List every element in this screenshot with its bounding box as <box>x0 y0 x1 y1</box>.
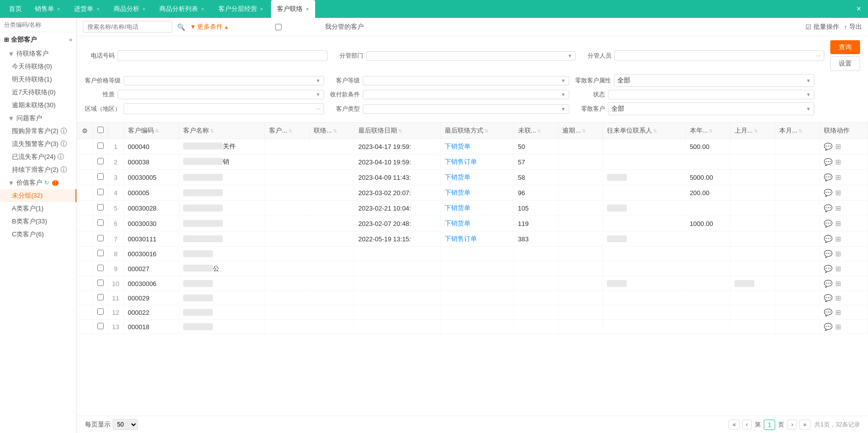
manager-select[interactable]: ··· <box>614 50 824 61</box>
row-check[interactable] <box>93 261 108 277</box>
phone-action-icon[interactable]: 💬 <box>824 143 832 150</box>
phone-action-icon[interactable]: 💬 <box>824 204 832 212</box>
payment-select[interactable]: ▼ <box>363 90 569 99</box>
sort-contact-icon[interactable]: ⇅ <box>333 128 337 134</box>
phone-action-icon[interactable]: 💬 <box>824 189 832 197</box>
row-check[interactable] <box>93 185 108 201</box>
row-method-link[interactable]: 下销货单 <box>445 143 470 150</box>
nav-purchase[interactable]: 进货单 × <box>68 0 105 18</box>
row-checkbox[interactable] <box>97 265 104 271</box>
nature-select[interactable]: ▼ <box>118 90 324 99</box>
sort-ic-icon[interactable]: ⇅ <box>653 128 657 134</box>
close-customer-mgr-icon[interactable]: × <box>260 6 263 12</box>
grid-action-icon[interactable]: ⊞ <box>835 308 841 316</box>
select-all-checkbox[interactable] <box>97 127 104 133</box>
sidebar-item-overdue[interactable]: 逾期未联络(30) <box>0 99 76 112</box>
col-type[interactable]: 客户...⇅ <box>265 123 310 139</box>
row-checkbox[interactable] <box>97 173 104 180</box>
nav-analysis[interactable]: 商品分析 × <box>108 0 151 18</box>
filter-search-icon[interactable]: 🔍 <box>177 23 185 31</box>
sidebar-group-value[interactable]: ▼ 价值客户 ↻ ! <box>0 176 76 189</box>
retail-attr-select[interactable]: 全部 ▼ <box>614 74 814 87</box>
sort-date-icon[interactable]: ⇅ <box>398 128 402 134</box>
refresh-icon[interactable]: ↻ <box>44 179 49 186</box>
close-customer-contact-icon[interactable]: × <box>306 6 309 12</box>
sidebar-item-week[interactable]: 近7天待联络(0) <box>0 86 76 99</box>
page-size-select[interactable]: 20 50 100 <box>113 419 138 430</box>
sidebar-group-pending[interactable]: ▼ 待联络客户 <box>0 47 76 60</box>
row-checkbox[interactable] <box>97 143 104 149</box>
sidebar-item-lost[interactable]: 已流失客户(24) ⓘ <box>0 150 76 163</box>
sort-type-icon[interactable]: ⇅ <box>288 128 292 134</box>
row-checkbox[interactable] <box>97 280 104 286</box>
row-checkbox[interactable] <box>97 204 104 211</box>
grid-action-icon[interactable]: ⊞ <box>835 280 841 288</box>
grid-action-icon[interactable]: ⊞ <box>835 265 841 273</box>
row-check[interactable] <box>93 170 108 185</box>
phone-action-icon[interactable]: 💬 <box>824 308 832 316</box>
sidebar-item-c-class[interactable]: C类客户(6) <box>0 228 76 241</box>
col-name[interactable]: 客户名称⇅ <box>179 123 265 139</box>
sort-lm-icon[interactable]: ⇅ <box>754 128 758 134</box>
sort-code-icon[interactable]: ⇅ <box>155 128 159 134</box>
col-check[interactable] <box>93 123 108 139</box>
col-contact[interactable]: 联络...⇅ <box>310 123 354 139</box>
batch-operation-button[interactable]: ☑ 批量操作 <box>805 22 839 31</box>
sort-name-icon[interactable]: ⇅ <box>210 128 214 134</box>
phone-action-icon[interactable]: 💬 <box>824 250 832 258</box>
dept-select[interactable]: ▼ <box>366 51 576 61</box>
region-select[interactable]: ··· <box>124 103 324 114</box>
row-checkbox[interactable] <box>97 158 104 164</box>
grid-action-icon[interactable]: ⊞ <box>835 173 841 181</box>
row-check[interactable] <box>93 305 108 320</box>
row-checkbox[interactable] <box>97 308 104 315</box>
row-check[interactable] <box>93 277 108 291</box>
col-overdue[interactable]: 逾期...⇅ <box>558 123 603 139</box>
price-level-select[interactable]: ▼ <box>124 76 324 85</box>
col-last-contact-date[interactable]: 最后联络日期⇅ <box>354 123 440 139</box>
status-select[interactable]: ▼ <box>608 90 814 99</box>
sort-overdue-icon[interactable]: ⇅ <box>582 128 586 134</box>
col-this-month[interactable]: 本月...⇅ <box>775 123 819 139</box>
first-page-button[interactable]: « <box>729 420 740 430</box>
close-sales-icon[interactable]: × <box>57 6 60 12</box>
grid-action-icon[interactable]: ⊞ <box>835 250 841 258</box>
col-this-year[interactable]: 本年...⇅ <box>685 123 730 139</box>
close-analysis-icon[interactable]: × <box>142 6 145 12</box>
row-check[interactable] <box>93 291 108 305</box>
sidebar-item-declining[interactable]: 持续下滑客户(2) ⓘ <box>0 163 76 176</box>
sidebar-group-problem[interactable]: ▼ 问题客户 <box>0 112 76 125</box>
row-check[interactable] <box>93 320 108 334</box>
nav-customer-contact[interactable]: 客户联络 × <box>271 0 315 18</box>
sort-method-icon[interactable]: ⇅ <box>484 128 488 134</box>
phone-action-icon[interactable]: 💬 <box>824 219 832 227</box>
row-check[interactable] <box>93 216 108 231</box>
row-checkbox[interactable] <box>97 219 104 226</box>
row-checkbox[interactable] <box>97 294 104 300</box>
nav-customer-mgr[interactable]: 客户分层经营 × <box>212 0 269 18</box>
my-customers-checkbox-label[interactable]: 我分管的客户 <box>234 22 364 31</box>
sidebar-item-b-class[interactable]: B类客户(33) <box>0 215 76 228</box>
row-check[interactable] <box>93 231 108 247</box>
grid-action-icon[interactable]: ⊞ <box>835 189 841 197</box>
close-analysis-list-icon[interactable]: × <box>201 6 204 12</box>
row-method-link[interactable]: 下销货单 <box>445 173 470 181</box>
phone-input[interactable] <box>118 50 328 61</box>
row-check[interactable] <box>93 201 108 216</box>
window-close-button[interactable]: × <box>854 4 864 13</box>
search-input[interactable] <box>83 21 172 33</box>
nav-home[interactable]: 首页 <box>4 0 27 18</box>
row-method-link[interactable]: 下销售订单 <box>445 158 477 165</box>
last-page-button[interactable]: » <box>799 420 810 430</box>
nav-sales[interactable]: 销售单 × <box>29 0 66 18</box>
prev-page-button[interactable]: ‹ <box>742 420 752 430</box>
sidebar-item-a-class[interactable]: A类客户(1) <box>0 202 76 215</box>
sidebar-search-input[interactable] <box>4 21 77 28</box>
retail-select[interactable]: 全部 ▼ <box>608 102 814 115</box>
phone-action-icon[interactable]: 💬 <box>824 294 832 302</box>
grid-action-icon[interactable]: ⊞ <box>835 204 841 212</box>
sidebar-item-abnormal[interactable]: 囤购异常客户(2) ⓘ <box>0 125 76 138</box>
query-button[interactable]: 查询 <box>830 40 860 54</box>
grid-action-icon[interactable]: ⊞ <box>835 219 841 227</box>
sidebar-item-today[interactable]: 今天待联络(0) <box>0 60 76 73</box>
